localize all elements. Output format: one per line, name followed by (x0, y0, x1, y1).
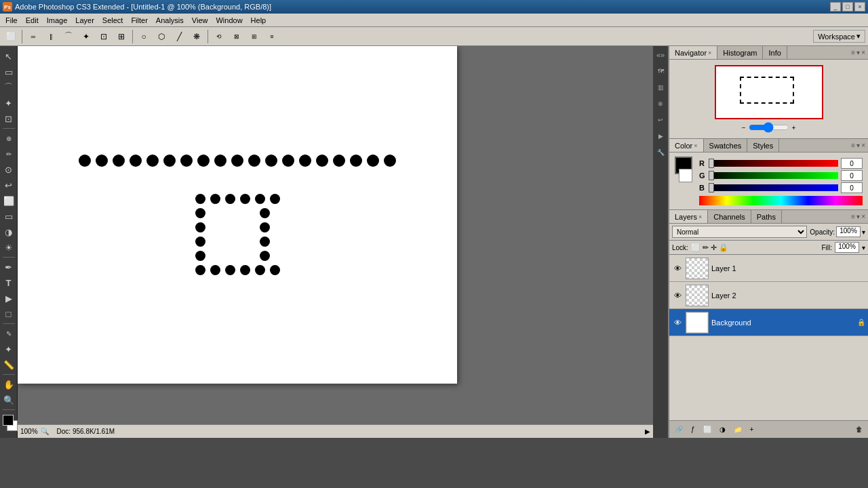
menu-view[interactable]: View (188, 15, 212, 26)
eraser-tool[interactable]: ⬜ (1, 193, 16, 208)
layer-visibility-bg[interactable]: 👁 (672, 317, 683, 328)
nav-panel-minimize[interactable]: ▾ (856, 49, 860, 56)
blend-mode-select[interactable]: Normal (672, 226, 807, 238)
green-bar[interactable] (709, 172, 838, 179)
eyedropper-tool[interactable]: ✦ (1, 342, 16, 357)
foreground-color[interactable] (3, 415, 14, 426)
layers-panel-close[interactable]: × (861, 213, 865, 220)
marquee-tool[interactable]: ⬜ (3, 29, 19, 44)
red-slider-handle[interactable] (709, 159, 714, 168)
dodge-tool[interactable]: ☀ (1, 240, 16, 255)
opacity-value[interactable]: 100% (836, 226, 861, 237)
maximize-button[interactable]: □ (842, 2, 853, 12)
brush-tool[interactable]: ✏ (1, 146, 16, 161)
green-value[interactable]: 0 (841, 170, 863, 181)
fill-value[interactable]: 100% (835, 242, 859, 253)
tab-swatches[interactable]: Swatches (704, 139, 748, 152)
selection-tool[interactable]: ▭ (1, 64, 16, 79)
magic-wand[interactable]: ✦ (78, 29, 94, 44)
panel-tool-presets[interactable]: 🔧 (654, 146, 667, 159)
move-tool[interactable]: ↖ (1, 49, 16, 64)
crop-tool[interactable]: ⊡ (96, 29, 112, 44)
menu-help[interactable]: Help (247, 15, 271, 26)
layer-style-button[interactable]: ƒ (688, 424, 698, 434)
lock-all[interactable]: 🔒 (719, 243, 728, 252)
green-slider-handle[interactable] (709, 171, 714, 180)
custom-shape[interactable]: ❋ (189, 29, 205, 44)
tab-color[interactable]: Color × (669, 139, 704, 152)
path-selection[interactable]: ▶ (1, 291, 16, 306)
panel-history-icon[interactable]: ↩ (654, 114, 667, 126)
new-layer-button[interactable]: + (747, 424, 757, 434)
new-group-button[interactable]: 📁 (731, 424, 745, 434)
opacity-stepper[interactable]: ▾ (862, 228, 865, 236)
menu-select[interactable]: Select (98, 15, 127, 26)
close-color-tab[interactable]: × (694, 142, 697, 149)
delete-layer-button[interactable]: 🗑 (853, 424, 865, 434)
crop-tool[interactable]: ⊡ (1, 111, 16, 126)
lasso-tool[interactable]: ⌒ (60, 29, 77, 44)
type-tool[interactable]: T (1, 275, 16, 290)
single-col-marquee[interactable]: ‖ (43, 29, 59, 44)
red-value[interactable]: 0 (841, 158, 863, 169)
layer-item-1[interactable]: 👁 Layer 1 (669, 255, 868, 282)
fill-stepper[interactable]: ▾ (862, 244, 865, 251)
layer-visibility-1[interactable]: 👁 (672, 263, 683, 274)
lock-image-pixels[interactable]: ✏ (703, 243, 709, 252)
zoom-tool[interactable]: 🔍 (1, 392, 16, 407)
color-panel-minimize[interactable]: ▾ (856, 142, 860, 149)
color-panel-close[interactable]: × (861, 142, 865, 149)
tab-styles[interactable]: Styles (747, 139, 779, 152)
panel-layers-icon[interactable]: ▥ (654, 81, 667, 94)
panel-collapse-icon[interactable]: «» (654, 49, 667, 61)
menu-layer[interactable]: Layer (71, 15, 98, 26)
layer-item-2[interactable]: 👁 Layer 2 (669, 282, 868, 309)
layer-link-button[interactable]: 🔗 (672, 424, 686, 434)
canvas-zoom-icon[interactable]: 🔍 (41, 428, 49, 435)
zoom-out-icon[interactable]: − (742, 124, 746, 131)
panel-channels-icon[interactable]: ⊕ (654, 98, 667, 110)
new-fill-layer-button[interactable]: ◑ (717, 424, 728, 434)
minimize-button[interactable]: _ (830, 2, 841, 12)
nav-panel-menu[interactable]: ≡ (851, 49, 855, 56)
canvas[interactable] (18, 46, 457, 384)
align-btn[interactable]: ≡ (264, 29, 280, 44)
color-selector[interactable] (1, 415, 16, 435)
tab-info[interactable]: Info (763, 46, 787, 59)
menu-edit[interactable]: Edit (22, 15, 43, 26)
polygon-tool[interactable]: ⬡ (153, 29, 170, 44)
arrange-btn[interactable]: ⊞ (246, 29, 262, 44)
lock-position[interactable]: ✛ (711, 243, 717, 252)
history-brush[interactable]: ↩ (1, 178, 16, 192)
close-button[interactable]: × (854, 2, 865, 12)
blue-slider-handle[interactable] (709, 183, 714, 192)
hand-tool[interactable]: ✋ (1, 377, 16, 392)
layer-item-background[interactable]: 👁 Background 🔒 (669, 309, 868, 336)
tab-histogram[interactable]: Histogram (717, 46, 763, 59)
blur-tool[interactable]: ◑ (1, 224, 16, 239)
slice-tool[interactable]: ⊞ (113, 29, 130, 44)
pen-tool[interactable]: ✒ (1, 260, 16, 274)
shape-tool[interactable]: □ (1, 306, 16, 321)
tab-paths[interactable]: Paths (751, 210, 782, 223)
color-spectrum-bar[interactable] (699, 196, 863, 205)
clone-tool[interactable]: ⊙ (1, 162, 16, 177)
layers-panel-menu[interactable]: ≡ (851, 213, 855, 220)
panel-navigator-icon[interactable]: 🗺 (654, 65, 667, 77)
ellipse-tool[interactable]: ○ (136, 29, 152, 44)
zoom-in-icon[interactable]: + (792, 124, 796, 131)
blue-bar[interactable] (709, 184, 838, 191)
notes-tool[interactable]: ✎ (1, 326, 16, 341)
transform-btn[interactable]: ⊠ (229, 29, 245, 44)
layer-mask-button[interactable]: ⬜ (701, 424, 714, 434)
panel-actions-icon[interactable]: ▶ (654, 130, 667, 142)
close-navigator-tab[interactable]: × (708, 49, 711, 56)
bg-color-swatch[interactable] (679, 169, 692, 182)
tab-channels[interactable]: Channels (708, 210, 751, 223)
lasso-tool[interactable]: ⌒ (1, 80, 16, 95)
zoom-slider[interactable] (749, 122, 789, 133)
measure-tool[interactable]: 📏 (1, 357, 16, 372)
lock-transparent-pixels[interactable]: ⬜ (691, 243, 701, 252)
single-row-marquee[interactable]: ═ (25, 29, 41, 44)
menu-file[interactable]: File (1, 15, 22, 26)
